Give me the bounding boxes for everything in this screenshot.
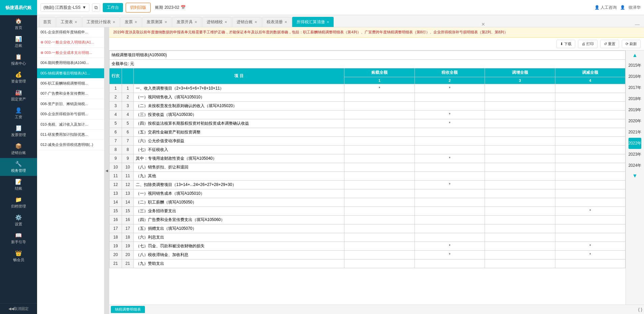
value-cell-2[interactable]: [415, 93, 485, 101]
tab-invoice[interactable]: 发票✕: [120, 17, 142, 27]
value-cell-4[interactable]: [555, 189, 625, 198]
tab-invoice-calc[interactable]: 发票测算✕: [142, 17, 172, 27]
value-cell-1[interactable]: [344, 250, 415, 259]
item-text[interactable]: （四）广告费和业务宣传费支出（填写A105060）: [134, 215, 344, 224]
item-text[interactable]: （八）税收滞纳金、加收利息: [134, 250, 344, 259]
item-text[interactable]: （九）其他: [134, 171, 344, 180]
item-text[interactable]: （四）按权益法核算长期股权投资对初始投资成本调整确认收益: [134, 119, 344, 128]
value-cell-4[interactable]: [555, 84, 625, 93]
value-cell-1[interactable]: [344, 215, 415, 224]
value-cell-1[interactable]: [344, 119, 415, 128]
value-cell-4[interactable]: [555, 110, 625, 119]
period-selector[interactable]: 账期 2023-02 📅: [155, 5, 186, 10]
year-item[interactable]: 2018年: [628, 93, 642, 104]
value-cell-1[interactable]: [344, 224, 415, 233]
item-text[interactable]: 其中：专项用途财政性资金（填写A105040）: [134, 154, 344, 163]
value-cell-2[interactable]: *: [415, 242, 485, 250]
value-cell-2[interactable]: [415, 163, 485, 171]
form-item-003[interactable]: ⊗ 003-一般企业成本支出明细...: [37, 48, 104, 58]
tab-tax-list[interactable]: 税表清册✕: [262, 17, 292, 27]
value-cell-4[interactable]: [555, 180, 625, 189]
value-cell-3[interactable]: [485, 136, 555, 145]
value-cell-2[interactable]: [415, 171, 485, 180]
print-button[interactable]: 🖨 打印: [578, 40, 597, 48]
value-cell-3[interactable]: [485, 163, 555, 171]
sidebar-item-invoice[interactable]: 🧾 发票管理: [0, 122, 37, 140]
year-up-button[interactable]: ▲: [626, 51, 644, 60]
value-cell-3[interactable]: [485, 215, 555, 224]
value-cell-3[interactable]: [485, 207, 555, 215]
year-item[interactable]: 2015年: [628, 60, 642, 71]
unpin-button[interactable]: ◀◀ 取消固定: [0, 303, 37, 314]
value-cell-1[interactable]: [344, 154, 415, 163]
tab-close-icon[interactable]: ✕: [284, 20, 287, 24]
collapse-panel-button[interactable]: ◀: [104, 27, 109, 314]
value-cell-2[interactable]: *: [415, 154, 485, 163]
item-text[interactable]: （五）交易性金融资产初始投资调整: [134, 128, 344, 136]
value-cell-3[interactable]: [485, 189, 555, 198]
value-cell-3[interactable]: [485, 101, 555, 110]
value-cell-1[interactable]: [344, 93, 415, 101]
form-item-002[interactable]: ⊗ 002-一般企业收入明细表(A1...: [37, 37, 104, 48]
value-cell-1[interactable]: [344, 242, 415, 250]
value-cell-4[interactable]: *: [555, 250, 625, 259]
value-cell-3[interactable]: [485, 154, 555, 163]
value-cell-2[interactable]: [415, 259, 485, 268]
value-cell-4[interactable]: [555, 224, 625, 233]
value-cell-2[interactable]: [415, 198, 485, 207]
item-text[interactable]: （七）罚金、罚款和被没收财物的损失: [134, 242, 344, 250]
value-cell-1[interactable]: [344, 110, 415, 119]
reset-button[interactable]: ↺ 重置: [600, 40, 619, 48]
sheet-tab-adjustment[interactable]: 纳税调整明细表: [111, 306, 145, 313]
form-item-006[interactable]: 006-职工薪酬纳税调整明细...: [37, 78, 104, 89]
value-cell-1[interactable]: [344, 259, 415, 268]
form-item-007[interactable]: 007-广告费和业务宣传费附...: [37, 89, 104, 99]
value-cell-2[interactable]: [415, 136, 485, 145]
workspace-button[interactable]: 工作台: [103, 3, 123, 12]
item-text[interactable]: （七）不征税收入: [134, 145, 344, 154]
year-item[interactable]: 2024年: [628, 160, 642, 171]
value-cell-1[interactable]: [344, 180, 415, 189]
value-cell-3[interactable]: [485, 224, 555, 233]
value-cell-1[interactable]: [344, 198, 415, 207]
value-cell-2[interactable]: *: [415, 180, 485, 189]
value-cell-3[interactable]: [485, 242, 555, 250]
sidebar-item-settings[interactable]: ⚙️ 设置: [0, 212, 37, 229]
value-cell-2[interactable]: *: [415, 119, 485, 128]
tab-close-icon[interactable]: ✕: [327, 20, 329, 24]
value-cell-2[interactable]: [415, 145, 485, 154]
value-cell-1[interactable]: [344, 207, 415, 215]
tab-salary-stat[interactable]: 工资统计报表✕: [82, 17, 120, 27]
value-cell-4[interactable]: [555, 198, 625, 207]
sidebar-item-home[interactable]: 🏠 首页: [0, 15, 37, 33]
tab-close-icon[interactable]: ✕: [74, 20, 77, 24]
value-cell-1[interactable]: [344, 189, 415, 198]
tab-close-icon[interactable]: ✕: [194, 20, 197, 24]
value-cell-1[interactable]: [344, 233, 415, 242]
value-cell-3[interactable]: [485, 259, 555, 268]
item-text[interactable]: （八）销售折扣、折让和退回: [134, 163, 344, 171]
value-cell-4[interactable]: *: [555, 242, 625, 250]
value-cell-2[interactable]: *: [415, 250, 485, 259]
item-text[interactable]: 一、收入类调整项目（2+3+4+5+6+7+8+10+11）: [134, 84, 344, 93]
value-cell-4[interactable]: *: [555, 207, 625, 215]
sidebar-item-assets[interactable]: 🏭 固定资产: [0, 87, 37, 104]
tab-close-icon[interactable]: ✕: [224, 20, 227, 24]
sidebar-item-guide[interactable]: 📖 新手引导: [0, 229, 37, 247]
download-button[interactable]: ⬇ 下载: [556, 40, 575, 48]
value-cell-1[interactable]: [344, 101, 415, 110]
year-item[interactable]: 2023年: [628, 149, 642, 160]
value-cell-2[interactable]: [415, 189, 485, 198]
item-text[interactable]: 二、扣除类调整项目（13+14+...24+26+27+28+29+30）: [134, 180, 344, 189]
value-cell-4[interactable]: [555, 128, 625, 136]
value-cell-4[interactable]: [555, 171, 625, 180]
value-cell-2[interactable]: [415, 207, 485, 215]
tab-close-icon[interactable]: ✕: [164, 20, 167, 24]
value-cell-4[interactable]: [555, 136, 625, 145]
scroll-left-icon[interactable]: ⟨: [638, 307, 640, 312]
human-service-button[interactable]: 👤 人工咨询: [594, 5, 617, 10]
year-item[interactable]: 2020年: [628, 116, 642, 127]
sidebar-item-tax[interactable]: 🔧 税务管理: [0, 158, 37, 176]
user-avatar[interactable]: 👤: [620, 5, 625, 10]
value-cell-4[interactable]: [555, 101, 625, 110]
